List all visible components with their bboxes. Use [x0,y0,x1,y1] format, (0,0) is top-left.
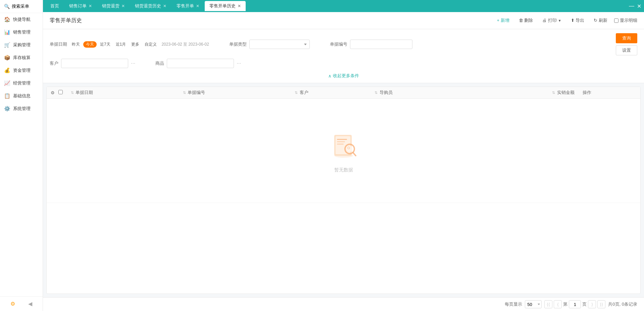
first-page-btn[interactable]: ⟨⟨ [544,300,552,308]
page-prefix-label: 第 [563,301,567,307]
sort-icon-number[interactable]: ⇅ [183,91,186,95]
product-filter: 商品 ··· [155,59,241,68]
select-all-checkbox[interactable] [58,90,63,94]
date-btn-custom[interactable]: 自定义 [143,41,159,48]
new-label: + 新增 [497,17,509,23]
minimize-icon[interactable]: — [629,3,634,9]
tab-retail-open-close[interactable]: ✕ [196,4,199,8]
sort-icon-date[interactable]: ⇅ [71,91,74,95]
tab-retail-open[interactable]: 零售开单 ✕ [172,1,204,11]
toolbar: + 新增 🗑 删除 🖨 打印 ▼ ⬆ 导出 ↻ 刷新 显示明细 [494,16,637,25]
sidebar-item-label: 基础信息 [13,93,31,99]
th-customer: ⇅ 客户 [291,87,370,99]
sidebar-item-sales-mgmt[interactable]: 📊 销售管理 [0,26,43,39]
query-button[interactable]: 查询 [616,33,637,43]
tab-sales-return-label: 销货退货 [102,3,119,9]
sidebar-item-label: 经营管理 [13,80,31,86]
sidebar-item-purchase-mgmt[interactable]: 🛒 采购管理 [0,39,43,51]
collapse-row: ∧ 收起更多条件 [50,71,637,79]
table-settings-icon[interactable]: ⚙ [51,90,55,95]
tab-sales-order-close[interactable]: ✕ [89,4,92,8]
data-table: ⚙ ⇅ 单据日期 ⇅ 单据编号 ⇅ [47,87,640,203]
sidebar-item-label: 销售管理 [13,29,31,35]
prev-page-btn[interactable]: ⟨ [554,300,562,308]
product-filter-input[interactable] [167,59,234,68]
date-btn-1month[interactable]: 近1月 [114,41,128,48]
page-input[interactable] [569,300,581,308]
sort-icon-amount[interactable]: ⇅ [552,91,555,95]
sidebar: 🔍 搜索采单 🏠 快捷导航 📊 销售管理 🛒 采购管理 📦 库存核算 💰 资金管… [0,0,43,311]
print-dropdown-icon[interactable]: ▼ [558,19,561,22]
tab-home[interactable]: 首页 [46,1,64,11]
tab-retail-open-history[interactable]: 零售开单历史 ✕ [205,1,246,11]
customer-filter-label: 客户 [50,60,58,66]
th-actions: 操作 [579,87,640,99]
sort-icon-customer[interactable]: ⇅ [295,91,298,95]
tab-sales-order-label: 销售订单 [69,3,87,9]
type-filter: 单据类型 [229,40,310,49]
tab-bar: 首页 销售订单 ✕ 销货退货 ✕ 销货退货历史 ✕ 零售开单 ✕ 零售开单历史 … [43,0,644,12]
window-close-icon[interactable]: ✕ [637,3,641,9]
th-date: ⇅ 单据日期 [67,87,179,99]
sidebar-item-base-info[interactable]: 📋 基础信息 [0,90,43,102]
sidebar-item-finance[interactable]: 💰 资金管理 [0,64,43,77]
tab-sales-return-history-close[interactable]: ✕ [163,4,166,8]
print-button[interactable]: 🖨 打印 ▼ [540,16,564,25]
show-detail-label-text: 显示明细 [620,17,637,23]
date-btn-yesterday[interactable]: 昨天 [70,41,82,48]
new-button[interactable]: + 新增 [494,16,512,25]
th-gear: ⚙ [47,87,67,99]
tab-sales-return[interactable]: 销货退货 ✕ [97,1,130,11]
last-page-btn[interactable]: ⟩⟩ [597,300,605,308]
sidebar-item-system-mgmt[interactable]: ⚙️ 系统管理 [0,102,43,115]
sidebar-item-operations[interactable]: 📈 经营管理 [0,77,43,90]
query-settings-col: 查询 设置 [616,33,637,55]
customer-filter: 客户 ··· [50,59,135,68]
show-detail-toggle[interactable]: 显示明细 [614,17,637,23]
customer-filter-input[interactable] [61,59,128,68]
settings-icon[interactable]: ⚙ [10,301,15,307]
tab-sales-return-history[interactable]: 销货退货历史 ✕ [130,1,171,11]
show-detail-checkbox[interactable] [614,18,618,23]
type-filter-select[interactable] [249,40,310,49]
tab-retail-open-history-label: 零售开单历史 [209,3,236,9]
sidebar-item-quick-nav[interactable]: 🏠 快捷导航 [0,13,43,26]
operations-icon: 📈 [4,80,10,86]
refresh-button[interactable]: ↻ 刷新 [591,16,610,25]
collapse-button[interactable]: ∧ 收起更多条件 [328,73,359,79]
per-page-select[interactable]: 50 10 20 100 [525,300,542,308]
date-range-display: 2023-06-02 至 2023-06-02 [161,42,209,47]
collapse-sidebar-icon[interactable]: ◀ [28,301,32,307]
product-dots[interactable]: ··· [237,60,241,66]
export-button[interactable]: ⬆ 导出 [568,16,587,25]
date-btn-more[interactable]: 更多 [129,41,141,48]
empty-text: 暂无数据 [334,167,353,173]
date-buttons: 昨天 今天 近7天 近1月 更多 自定义 [70,41,159,48]
number-filter-input[interactable] [350,40,412,49]
info-icon: 📋 [4,93,10,99]
date-btn-7days[interactable]: 近7天 [98,41,112,48]
th-actions-label: 操作 [583,90,591,95]
tab-sales-order[interactable]: 销售订单 ✕ [64,1,97,11]
next-page-btn[interactable]: ⟩ [588,300,596,308]
sort-icon-guide[interactable]: ⇅ [375,91,378,95]
customer-dots[interactable]: ··· [131,60,135,66]
tab-sales-return-close[interactable]: ✕ [121,4,125,8]
date-btn-today[interactable]: 今天 [83,41,97,48]
settings-button[interactable]: 设置 [616,45,637,55]
th-amount: ⇅ 实销金额 [466,87,579,99]
sidebar-search-label: 搜索采单 [12,3,29,9]
date-filter: 单据日期 昨天 今天 近7天 近1月 更多 自定义 2023-06-02 至 2… [50,41,209,48]
chevron-up-icon: ∧ [328,73,332,79]
filter-area: 单据日期 昨天 今天 近7天 近1月 更多 自定义 2023-06-02 至 2… [43,29,644,83]
tab-retail-open-history-close[interactable]: ✕ [238,4,241,8]
main-area: 首页 销售订单 ✕ 销货退货 ✕ 销货退货历史 ✕ 零售开单 ✕ 零售开单历史 … [43,0,644,311]
delete-button[interactable]: 🗑 删除 [516,16,536,25]
sidebar-item-label: 库存核算 [13,55,31,61]
th-number-label: 单据编号 [188,90,205,95]
sidebar-item-inventory[interactable]: 📦 库存核算 [0,51,43,64]
export-label: ⬆ 导出 [571,17,585,23]
date-filter-label: 单据日期 [50,41,67,47]
money-icon: 💰 [4,67,10,73]
sidebar-search[interactable]: 🔍 搜索采单 [0,0,43,13]
